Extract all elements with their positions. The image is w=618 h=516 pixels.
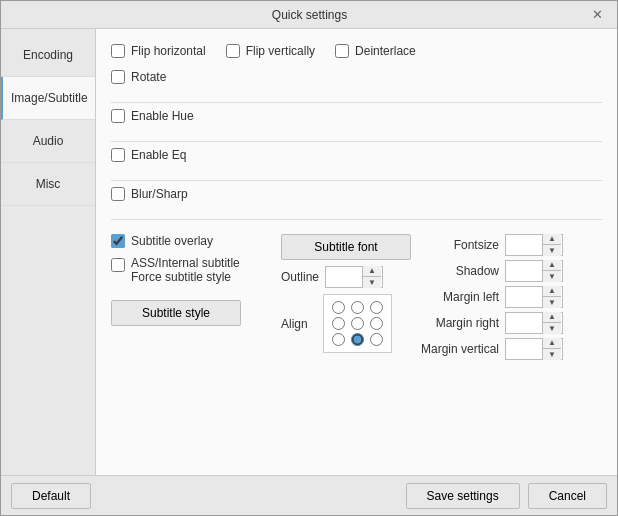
shadow-down-button[interactable]: ▼: [543, 271, 561, 282]
outline-label: Outline: [281, 270, 319, 284]
align-row-2: [332, 317, 383, 330]
margin-left-up-button[interactable]: ▲: [543, 286, 561, 297]
flip-vertically-checkbox[interactable]: [226, 44, 240, 58]
margin-right-label: Margin right: [424, 316, 499, 330]
row-hue: Enable Hue: [111, 109, 602, 123]
margin-left-label: Margin left: [424, 290, 499, 304]
fontsize-input[interactable]: 22: [506, 238, 542, 252]
row-flip: Flip horizontal Flip vertically Deinterl…: [111, 44, 602, 58]
subtitle-overlay-checkbox[interactable]: [111, 234, 125, 248]
quick-settings-window: Quick settings ✕ Encoding Image/Subtitle…: [0, 0, 618, 516]
window-title: Quick settings: [31, 8, 588, 22]
blur-sharp-checkbox[interactable]: [111, 187, 125, 201]
flip-horizontal-label[interactable]: Flip horizontal: [111, 44, 206, 58]
shadow-spinbox-arrows: ▲ ▼: [542, 260, 561, 282]
default-button[interactable]: Default: [11, 483, 91, 509]
outline-down-button[interactable]: ▼: [363, 277, 381, 288]
subtitle-right: Fontsize 22 ▲ ▼ Shadow: [421, 234, 563, 360]
outline-input[interactable]: 1.5: [326, 270, 362, 284]
margin-vertical-spinbox: 20 ▲ ▼: [505, 338, 563, 360]
row-blur: Blur/Sharp: [111, 187, 602, 201]
cancel-button[interactable]: Cancel: [528, 483, 607, 509]
divider-4: [111, 219, 602, 220]
blur-sharp-label[interactable]: Blur/Sharp: [111, 187, 188, 201]
deinterlace-label[interactable]: Deinterlace: [335, 44, 416, 58]
subtitle-font-button[interactable]: Subtitle font: [281, 234, 411, 260]
align-row-1: [332, 301, 383, 314]
subtitle-overlay-label[interactable]: Subtitle overlay: [111, 234, 271, 248]
row-rotate: Rotate: [111, 70, 602, 84]
main-panel: Flip horizontal Flip vertically Deinterl…: [96, 29, 617, 475]
outline-spinbox: 1.5 ▲ ▼: [325, 266, 383, 288]
flip-horizontal-checkbox[interactable]: [111, 44, 125, 58]
fontsize-up-button[interactable]: ▲: [543, 234, 561, 245]
shadow-up-button[interactable]: ▲: [543, 260, 561, 271]
subtitle-middle: Subtitle font Outline 1.5 ▲ ▼: [281, 234, 411, 353]
align-radio-bl[interactable]: [332, 333, 345, 346]
margin-left-input[interactable]: 10: [506, 290, 542, 304]
flip-vertically-label[interactable]: Flip vertically: [226, 44, 315, 58]
main-content: Encoding Image/Subtitle Audio Misc Flip …: [1, 29, 617, 475]
margin-vertical-spinbox-arrows: ▲ ▼: [542, 338, 561, 360]
align-row-3: [332, 333, 383, 346]
row-eq: Enable Eq: [111, 148, 602, 162]
fontsize-row: Fontsize 22 ▲ ▼: [421, 234, 563, 256]
align-radio-ml[interactable]: [332, 317, 345, 330]
close-button[interactable]: ✕: [588, 7, 607, 22]
sidebar-item-image-subtitle[interactable]: Image/Subtitle: [1, 77, 95, 120]
shadow-input[interactable]: 2.0: [506, 264, 542, 278]
sidebar-item-misc[interactable]: Misc: [1, 163, 95, 206]
enable-eq-checkbox[interactable]: [111, 148, 125, 162]
margin-right-spinbox: 10 ▲ ▼: [505, 312, 563, 334]
outline-spinbox-arrows: ▲ ▼: [362, 266, 381, 288]
subtitle-style-button[interactable]: Subtitle style: [111, 300, 241, 326]
align-radio-tl[interactable]: [332, 301, 345, 314]
rotate-label[interactable]: Rotate: [111, 70, 166, 84]
fontsize-down-button[interactable]: ▼: [543, 245, 561, 256]
margin-right-down-button[interactable]: ▼: [543, 323, 561, 334]
enable-eq-label[interactable]: Enable Eq: [111, 148, 186, 162]
save-settings-button[interactable]: Save settings: [406, 483, 520, 509]
enable-hue-label[interactable]: Enable Hue: [111, 109, 194, 123]
margin-vertical-input[interactable]: 20: [506, 342, 542, 356]
fontsize-label: Fontsize: [424, 238, 499, 252]
enable-hue-checkbox[interactable]: [111, 109, 125, 123]
footer-right: Save settings Cancel: [406, 483, 607, 509]
shadow-row: Shadow 2.0 ▲ ▼: [421, 260, 563, 282]
shadow-spinbox: 2.0 ▲ ▼: [505, 260, 563, 282]
rotate-checkbox[interactable]: [111, 70, 125, 84]
divider-1: [111, 102, 602, 103]
margin-right-spinbox-arrows: ▲ ▼: [542, 312, 561, 334]
outline-up-button[interactable]: ▲: [363, 266, 381, 277]
align-radio-tc[interactable]: [351, 301, 364, 314]
margin-vertical-down-button[interactable]: ▼: [543, 349, 561, 360]
outline-row: Outline 1.5 ▲ ▼: [281, 266, 383, 288]
margin-vertical-up-button[interactable]: ▲: [543, 338, 561, 349]
divider-2: [111, 141, 602, 142]
deinterlace-checkbox[interactable]: [335, 44, 349, 58]
align-radio-mc[interactable]: [351, 317, 364, 330]
margin-left-row: Margin left 10 ▲ ▼: [421, 286, 563, 308]
sidebar-item-audio[interactable]: Audio: [1, 120, 95, 163]
fontsize-spinbox: 22 ▲ ▼: [505, 234, 563, 256]
align-radio-bc[interactable]: [351, 333, 364, 346]
margin-right-row: Margin right 10 ▲ ▼: [421, 312, 563, 334]
shadow-label: Shadow: [424, 264, 499, 278]
ass-internal-checkbox[interactable]: [111, 258, 125, 272]
margin-right-up-button[interactable]: ▲: [543, 312, 561, 323]
margin-right-input[interactable]: 10: [506, 316, 542, 330]
sidebar-item-encoding[interactable]: Encoding: [1, 34, 95, 77]
ass-internal-label[interactable]: ASS/Internal subtitle Force subtitle sty…: [111, 256, 271, 284]
align-radio-tr[interactable]: [370, 301, 383, 314]
margin-left-spinbox: 10 ▲ ▼: [505, 286, 563, 308]
align-radio-br[interactable]: [370, 333, 383, 346]
sidebar: Encoding Image/Subtitle Audio Misc: [1, 29, 96, 475]
title-bar: Quick settings ✕: [1, 1, 617, 29]
margin-vertical-row: Margin vertical 20 ▲ ▼: [421, 338, 563, 360]
margin-left-spinbox-arrows: ▲ ▼: [542, 286, 561, 308]
align-radio-mr[interactable]: [370, 317, 383, 330]
align-label-row: Align: [281, 294, 392, 353]
subtitle-left: Subtitle overlay ASS/Internal subtitle F…: [111, 234, 271, 326]
margin-left-down-button[interactable]: ▼: [543, 297, 561, 308]
fontsize-spinbox-arrows: ▲ ▼: [542, 234, 561, 256]
